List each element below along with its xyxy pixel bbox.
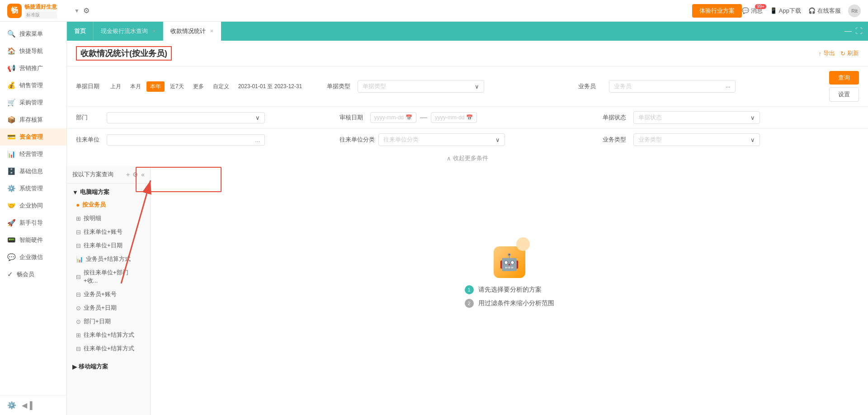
query-button[interactable]: 查询: [829, 71, 859, 85]
salesperson-dropdown[interactable]: 业务员 ···: [609, 80, 736, 93]
sidebar-item-member[interactable]: ✓ 畅会员: [0, 266, 66, 283]
scheme-item-salesperson-settlement[interactable]: 📊 业务员+结算方式: [67, 252, 150, 266]
collapse-more-button[interactable]: ∧ 收起更多条件: [67, 151, 868, 166]
date-tab-more[interactable]: 更多: [189, 81, 208, 92]
logo-badge: 标准版: [24, 11, 57, 19]
scheme-item-label: 按明细: [84, 214, 101, 222]
scheme-item-label: 往来单位+日期: [84, 241, 123, 250]
sidebar-collapse-icon[interactable]: ◀▐: [22, 401, 32, 410]
salesperson-label: 业务员: [578, 82, 605, 90]
sidebar-item-basic[interactable]: 🗄️ 基础信息: [0, 163, 66, 180]
business-type-dropdown[interactable]: 业务类型 ∨: [633, 133, 760, 146]
scheme-item-partner-settlement-2[interactable]: ⊟ 往来单位+结算方式: [67, 342, 150, 355]
counterparty-group: 往来单位 ...: [76, 134, 332, 146]
trial-button[interactable]: 体验行业方案: [692, 4, 742, 18]
sidebar-item-system[interactable]: ⚙️ 系统管理: [0, 180, 66, 197]
logo-text: 畅捷通好生意: [24, 3, 57, 11]
sidebar-item-label: 新手引导: [19, 219, 43, 227]
scheme-item-dept-date[interactable]: ⊙ 部门+日期: [67, 315, 150, 328]
member-icon: ✓: [7, 270, 13, 278]
date-filter-group: 单据日期 上月 本月 本年 近7天 更多 自定义 2023-01-01 至 20…: [76, 81, 320, 92]
sidebar-item-label: 经营管理: [19, 150, 43, 158]
sidebar-item-quick-nav[interactable]: 🏠 快捷导航: [0, 42, 66, 60]
main-wrapper: 🔍 搜索菜单 🏠 快捷导航 📢 营销推广 💰 销售管理 🛒 采购管理 📦: [0, 22, 868, 415]
counterparty-dropdown[interactable]: ...: [107, 134, 265, 146]
date-tabs: 上月 本月 本年 近7天 更多 自定义: [107, 81, 233, 92]
sidebar-item-label: 畅会员: [17, 270, 34, 278]
inventory-icon: 📦: [7, 116, 16, 124]
date-tab-this-year[interactable]: 本年: [146, 81, 165, 92]
voucher-status-dropdown[interactable]: 单据状态 ∨: [633, 111, 760, 124]
tab-collection-stats-close[interactable]: ×: [210, 28, 213, 34]
tab-bank-flow[interactable]: 现金银行流水查询 ×: [94, 22, 163, 41]
scheme-group-desktop-header[interactable]: ▼ 电脑端方案: [67, 186, 150, 198]
scheme-item-partner-dept[interactable]: ⊟ 按往来单位+部门+收...: [67, 266, 150, 288]
scheme-item-by-detail[interactable]: ⊞ 按明细: [67, 212, 150, 225]
salesperson-date-icon: ⊙: [76, 305, 81, 311]
sidebar-settings-icon[interactable]: ⚙️: [7, 401, 16, 410]
sidebar-item-purchase[interactable]: 🛒 采购管理: [0, 94, 66, 111]
voucher-type-dropdown[interactable]: 单据类型 ∨: [358, 80, 484, 93]
scheme-item-label: 往来单位+账号: [84, 228, 123, 236]
tab-maximize-icon[interactable]: ⛶: [855, 27, 863, 35]
sidebar-item-label: 基础信息: [19, 167, 43, 175]
tab-collection-stats[interactable]: 收款情况统计 ×: [163, 22, 221, 41]
scheme-collapse-icon[interactable]: «: [141, 171, 145, 178]
sidebar-item-inventory[interactable]: 📦 库存核算: [0, 111, 66, 128]
counterparty-more-icon[interactable]: ...: [255, 137, 260, 143]
date-tab-this-month[interactable]: 本月: [127, 81, 145, 92]
user-avatar[interactable]: Rit: [848, 5, 861, 17]
tab-bank-flow-close[interactable]: ×: [152, 28, 156, 34]
finance-icon: 💳: [7, 133, 16, 141]
date-range-display: 2023-01-01 至 2023-12-31: [238, 83, 302, 90]
review-date-start[interactable]: yyyy-mm-dd 📅: [370, 112, 416, 123]
tab-collection-stats-label: 收款情况统计: [170, 27, 206, 35]
scheme-group-desktop-label: 电脑端方案: [80, 188, 109, 196]
scheme-settings-icon[interactable]: ⚙: [132, 171, 138, 178]
sidebar-item-wechat[interactable]: 💬 企业微信: [0, 249, 66, 266]
salesperson-settlement-icon: 📊: [76, 256, 83, 263]
nav-dropdown[interactable]: ▼: [74, 8, 80, 14]
date-tab-7days[interactable]: 近7天: [166, 81, 188, 92]
export-button[interactable]: ↑ 导出: [819, 49, 835, 57]
app-download-item[interactable]: 📱 App下载: [770, 7, 801, 15]
sidebar-item-finance[interactable]: 💳 资金管理: [0, 128, 66, 146]
calendar-start-icon: 📅: [406, 114, 412, 121]
operations-icon: 📊: [7, 150, 16, 158]
sidebar-item-guide[interactable]: 🚀 新手引导: [0, 214, 66, 231]
review-date-end[interactable]: yyyy-mm-dd 📅: [431, 112, 477, 123]
date-tab-last-month[interactable]: 上月: [107, 81, 125, 92]
scheme-item-partner-account[interactable]: ⊟ 往来单位+账号: [67, 225, 150, 239]
date-tab-custom[interactable]: 自定义: [209, 81, 233, 92]
sidebar-item-operations[interactable]: 📊 经营管理: [0, 146, 66, 163]
scheme-item-partner-date[interactable]: ⊟ 往来单位+日期: [67, 239, 150, 252]
counterparty-category-dropdown[interactable]: 往来单位分类 ∨: [378, 133, 505, 146]
scheme-group-mobile-header[interactable]: ▶ 移动端方案: [67, 361, 150, 373]
refresh-button[interactable]: ↻ 刷新: [840, 49, 859, 57]
partner-settlement1-icon: ⊞: [76, 332, 81, 339]
sidebar-item-label: 营销推广: [19, 64, 43, 72]
scheme-item-salesperson-date[interactable]: ⊙ 业务员+日期: [67, 301, 150, 315]
sidebar-item-marketing[interactable]: 📢 营销推广: [0, 60, 66, 77]
sidebar-item-search-menu[interactable]: 🔍 搜索菜单: [0, 25, 66, 42]
settings-button[interactable]: 设置: [829, 87, 859, 102]
sidebar-item-sales[interactable]: 💰 销售管理: [0, 77, 66, 94]
message-item[interactable]: 💬 消息 99+: [742, 7, 763, 15]
sidebar-item-enterprise[interactable]: 🤝 企业协同: [0, 197, 66, 214]
refresh-label: 刷新: [847, 49, 859, 57]
scheme-item-salesperson-account[interactable]: ⊟ 业务员+账号: [67, 288, 150, 301]
online-service-label: 在线客服: [817, 7, 841, 15]
department-dropdown[interactable]: ∨: [107, 112, 265, 123]
scheme-item-partner-settlement-1[interactable]: ⊞ 往来单位+结算方式: [67, 328, 150, 342]
scheme-item-label: 往来单位+结算方式: [84, 331, 134, 339]
review-date-label: 审核日期: [340, 113, 367, 122]
sidebar-item-hardware[interactable]: 📟 智能硬件: [0, 231, 66, 249]
scheme-item-label: 按业务员: [82, 201, 106, 209]
scheme-item-by-salesperson[interactable]: ● 按业务员: [67, 198, 150, 212]
scheme-add-icon[interactable]: +: [126, 171, 130, 178]
tab-home[interactable]: 首页: [67, 22, 94, 41]
online-service-item[interactable]: 🎧 在线客服: [808, 7, 841, 15]
gear-icon[interactable]: ⚙: [83, 6, 90, 15]
tab-minimize-icon[interactable]: —: [844, 27, 852, 35]
collapse-more-label: 收起更多条件: [453, 154, 488, 162]
